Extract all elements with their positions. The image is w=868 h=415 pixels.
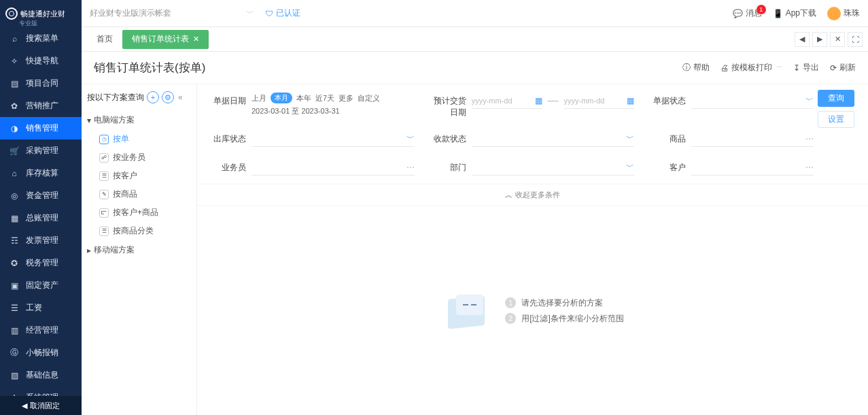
tab-close-all[interactable]: ✕ [830, 32, 845, 47]
contract-icon: ▤ [10, 79, 19, 88]
out-status-select[interactable]: ﹀ [251, 131, 415, 147]
org-select[interactable]: 好业财专业版演示帐套 ﹀ [90, 7, 254, 19]
biz-icon: ▥ [10, 326, 19, 335]
collapse-panel-button[interactable]: « [178, 93, 183, 102]
leaf-by-order[interactable]: ◷按单 [99, 130, 191, 148]
app-download[interactable]: 📱 App下载 [773, 7, 816, 19]
tab-fullscreen[interactable]: ⛶ [848, 32, 863, 47]
tab-prev[interactable]: ◀ [795, 32, 810, 47]
collapse-icon: ︽ [505, 190, 513, 199]
tree-group-mobile[interactable]: ▸移动端方案 [87, 240, 191, 260]
date-opt-4[interactable]: 更多 [338, 93, 353, 103]
expect-from-input[interactable]: yyyy-mm-dd▦ [472, 93, 542, 109]
empty-steps: 1请先选择要分析的方案 2用[过滤]条件来缩小分析范围 [505, 293, 624, 329]
goods-icon: ✎ [99, 190, 109, 199]
date-range-label: 2023-03-01 至 2023-03-31 [251, 106, 415, 116]
export-button[interactable]: ↧导出 [793, 62, 819, 73]
refresh-icon: ⟳ [830, 63, 837, 73]
date-opt-5[interactable]: 自定义 [358, 93, 380, 103]
query-button[interactable]: 查询 [818, 90, 854, 107]
leaf-by-customer[interactable]: ☰按客户 [99, 167, 191, 185]
step-num-2: 2 [505, 313, 516, 324]
filter-head: 按以下方案查询 + ⚙ « [87, 91, 191, 103]
logo-icon [5, 7, 18, 20]
tab-next[interactable]: ▶ [812, 32, 827, 47]
pin-icon: ◀ [22, 401, 27, 410]
brand-logo: 畅捷通好业财 专业版 [0, 0, 82, 27]
date-opt-3[interactable]: 近7天 [315, 93, 334, 103]
nav-asset[interactable]: ▣固定资产 [0, 274, 82, 297]
sidebar: 畅捷通好业财 专业版 ⌕搜索菜单 ✧快捷导航 ▤项目合同 ✿营销推广 ◑销售管理… [0, 0, 82, 415]
step-num-1: 1 [505, 297, 516, 308]
print-button[interactable]: 🖨按模板打印﹀ [721, 62, 782, 73]
chart-icon: ⫍ [99, 208, 109, 218]
goods-select[interactable]: ⋯ [691, 131, 814, 147]
pay-status-select[interactable]: ﹀ [472, 131, 635, 147]
date-opt-2[interactable]: 本年 [296, 93, 311, 103]
page-title: 销售订单统计表(按单) [94, 60, 205, 76]
help-icon: ⓘ [682, 62, 691, 73]
nav-stock[interactable]: ⌂库存核算 [0, 162, 82, 184]
close-icon[interactable]: ✕ [193, 35, 199, 44]
empty-illustration [441, 290, 489, 331]
dept-select[interactable]: ﹀ [472, 159, 635, 176]
nav-ledger[interactable]: ▦总账管理 [0, 207, 82, 229]
date-opt-1[interactable]: 本月 [271, 93, 292, 103]
nav-tax[interactable]: ✪税务管理 [0, 252, 82, 274]
money-icon: ◎ [10, 191, 19, 201]
calendar-icon: ▦ [535, 96, 542, 105]
leaf-by-salesman[interactable]: ☍按业务员 [99, 148, 191, 167]
status-select[interactable]: ﹀ [691, 93, 814, 109]
field-pay-status: 收款状态 ﹀ [431, 131, 635, 147]
expect-to-input[interactable]: yyyy-mm-dd▦ [564, 93, 635, 109]
tabs-controls: ◀ ▶ ✕ ⛶ [795, 32, 863, 47]
refresh-button[interactable]: ⟳刷新 [830, 62, 856, 73]
tab-sales-order-stats[interactable]: 销售订单统计表 ✕ [122, 30, 209, 49]
setting-button[interactable]: 设置 [818, 111, 854, 128]
setting-plan-button[interactable]: ⚙ [162, 91, 174, 103]
nav-project[interactable]: ▤项目合同 [0, 72, 82, 95]
nav-purchase[interactable]: 🛒采购管理 [0, 139, 82, 162]
more-icon: ⋯ [805, 134, 814, 144]
expense-icon: Ⓖ [10, 348, 19, 358]
form-actions: 查询 设置 [818, 90, 854, 128]
chevron-down-icon: ﹀ [626, 133, 634, 144]
nav-marketing[interactable]: ✿营销推广 [0, 95, 82, 117]
leaf-by-goods[interactable]: ✎按商品 [99, 185, 191, 203]
query-area: 单据日期 上月 本月 本年 近7天 更多 自定义 20 [197, 84, 868, 415]
chat-icon: 💬 [733, 9, 743, 18]
salary-icon: ☰ [10, 303, 19, 313]
leaf-by-category[interactable]: ☰按商品分类 [99, 222, 191, 240]
nav-quick[interactable]: ✧快捷导航 [0, 50, 82, 72]
field-out-status: 出库状态 ﹀ [211, 131, 415, 147]
chevron-down-icon: ▾ [87, 116, 91, 125]
nav-invoice[interactable]: ☶发票管理 [0, 229, 82, 252]
nav-biz[interactable]: ▥经营管理 [0, 319, 82, 342]
customer-select[interactable]: ⋯ [691, 159, 814, 176]
nav-sales[interactable]: ◑销售管理 [0, 117, 82, 139]
add-plan-button[interactable]: + [147, 91, 159, 103]
nav-basic[interactable]: ▧基础信息 [0, 364, 82, 386]
nav-system[interactable]: ✲系统管理 [0, 386, 82, 396]
sidebar-unpin[interactable]: ◀ 取消固定 [0, 396, 82, 415]
salesman-select[interactable]: ⋯ [251, 159, 415, 176]
export-icon: ↧ [793, 63, 800, 73]
nav-salary[interactable]: ☰工资 [0, 297, 82, 319]
ledger-icon: ▦ [10, 214, 19, 223]
person-icon: ☍ [99, 153, 109, 163]
tab-home[interactable]: 首页 [87, 27, 122, 52]
messages-button[interactable]: 💬 消息 1 [733, 7, 762, 19]
gift-icon: ✿ [10, 101, 19, 111]
tree-group-desktop[interactable]: ▾电脑端方案 [87, 110, 191, 130]
user-menu[interactable]: 珠珠 [827, 7, 860, 20]
leaf-by-customer-goods[interactable]: ⫍按客户+商品 [99, 203, 191, 222]
help-button[interactable]: ⓘ帮助 [682, 62, 710, 73]
date-opt-0[interactable]: 上月 [251, 93, 266, 103]
tree-children: ◷按单 ☍按业务员 ☰按客户 ✎按商品 ⫍按客户+商品 ☰按商品分类 [87, 130, 191, 240]
nav-search-menu[interactable]: ⌕搜索菜单 [0, 27, 82, 50]
collapse-filters[interactable]: ︽ 收起更多条件 [197, 184, 868, 206]
field-goods: 商品 ⋯ [650, 131, 854, 147]
nav-finance[interactable]: ◎资金管理 [0, 184, 82, 207]
nav-expense[interactable]: Ⓖ小畅报销 [0, 342, 82, 364]
brand-title: 畅捷通好业财 [20, 9, 65, 19]
